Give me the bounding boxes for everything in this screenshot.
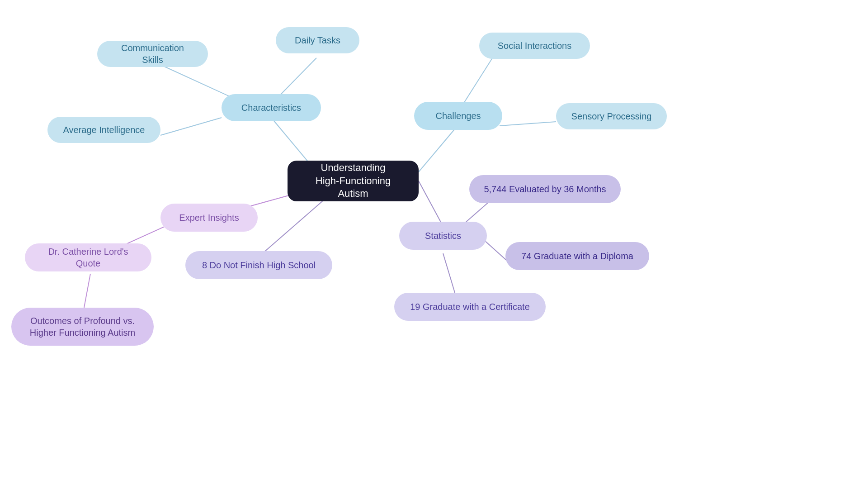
- challenges-node: Challenges: [414, 102, 502, 130]
- statistics-node: Statistics: [399, 222, 487, 250]
- svg-line-6: [500, 122, 556, 126]
- outcomes-node: Outcomes of Profound vs. Higher Function…: [11, 308, 154, 346]
- daily-tasks-node: Daily Tasks: [276, 27, 359, 53]
- svg-line-13: [443, 253, 457, 299]
- do-not-finish-node: 8 Do Not Finish High School: [185, 251, 332, 279]
- evaluated-node: 5,744 Evaluated by 36 Months: [469, 175, 621, 203]
- average-intelligence-node: Average Intelligence: [47, 117, 160, 143]
- svg-line-14: [260, 195, 330, 256]
- characteristics-node: Characteristics: [222, 94, 321, 121]
- center-node: Understanding High-Functioning Autism: [288, 161, 419, 201]
- graduate-diploma-node: 74 Graduate with a Diploma: [505, 242, 649, 270]
- communication-skills-node: Communication Skills: [97, 41, 208, 67]
- graduate-certificate-node: 19 Graduate with a Certificate: [394, 293, 546, 321]
- dr-quote-node: Dr. Catherine Lord's Quote: [25, 243, 151, 271]
- mind-map: Understanding High-Functioning Autism Ch…: [0, 0, 868, 490]
- svg-line-4: [419, 126, 458, 172]
- social-interactions-node: Social Interactions: [479, 33, 590, 59]
- svg-line-10: [419, 181, 443, 226]
- svg-line-9: [84, 274, 90, 310]
- sensory-processing-node: Sensory Processing: [556, 103, 667, 129]
- svg-line-3: [160, 118, 222, 135]
- expert-insights-node: Expert Insights: [160, 204, 258, 232]
- svg-line-12: [484, 240, 506, 260]
